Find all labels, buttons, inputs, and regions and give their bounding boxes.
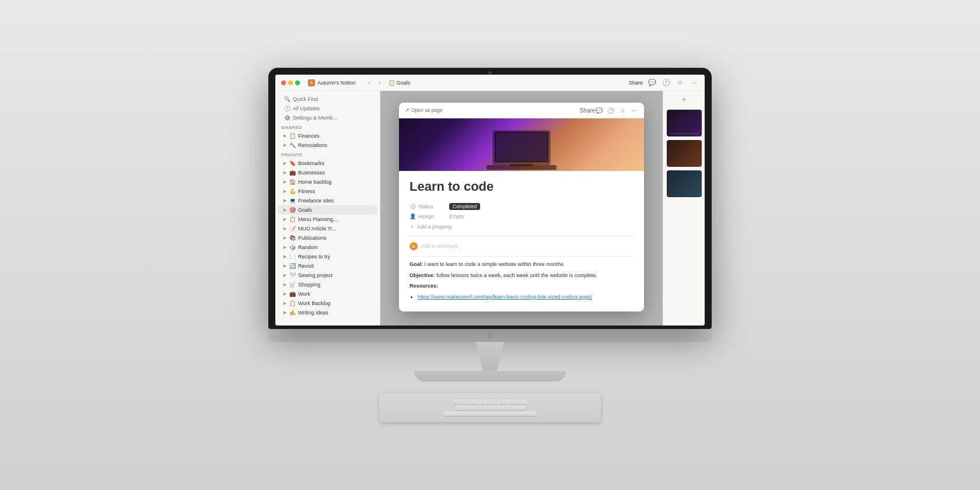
thumbnail-2[interactable] — [667, 140, 702, 167]
arrow-icon: ▶ — [284, 198, 286, 203]
key[interactable] — [488, 405, 492, 410]
sidebar-item-random[interactable]: ▶ 🎲 Random — [278, 243, 377, 252]
key[interactable] — [492, 405, 496, 410]
sidebar-item-goals[interactable]: ▶ 🎯 Goals — [278, 205, 377, 215]
key[interactable] — [506, 400, 510, 404]
key[interactable] — [489, 400, 492, 404]
open-as-page-button[interactable]: ↗ Open as page — [405, 107, 442, 113]
sidebar-item-finances[interactable]: ▶ 📋 Finances — [278, 131, 377, 141]
resources-label: Resources: — [410, 283, 438, 289]
comment-row: A Add a comment... — [410, 240, 634, 253]
key[interactable] — [510, 400, 514, 404]
key[interactable] — [498, 400, 501, 404]
modal-clock-icon[interactable]: 🕐 — [607, 106, 615, 114]
shared-section-label: SHARED — [275, 123, 380, 131]
sidebar-item-menu-planning[interactable]: ▶ 📋 Menu Planning... — [278, 215, 377, 224]
chat-icon[interactable]: 💬 — [648, 78, 657, 88]
status-label: ⚪ Status — [410, 204, 444, 209]
sidebar-item-muo-article[interactable]: ▶ 📝 MUO Article Tr... — [278, 224, 377, 233]
key[interactable] — [484, 405, 487, 410]
sidebar-item-businesses[interactable]: ▶ 💼 Businesses — [278, 168, 377, 177]
key-enter[interactable] — [514, 405, 524, 410]
sidebar-quick-find[interactable]: 🔍 Quick Find — [278, 94, 377, 104]
key[interactable] — [510, 405, 513, 410]
back-button[interactable]: ‹ — [365, 79, 373, 87]
key[interactable] — [475, 400, 479, 404]
imac-chin:  — [268, 329, 712, 342]
more-icon[interactable]: ··· — [690, 78, 699, 88]
key[interactable] — [480, 405, 483, 410]
modal-star-icon[interactable]: ☆ — [618, 106, 626, 114]
key-tab[interactable] — [456, 405, 461, 410]
key[interactable] — [475, 405, 478, 410]
breadcrumb: 📋 Goals — [388, 80, 411, 86]
key[interactable] — [484, 400, 488, 404]
close-button[interactable] — [281, 80, 286, 85]
sidebar-item-publications[interactable]: ▶ 📚 Publications — [278, 233, 377, 243]
minimize-button[interactable] — [288, 80, 293, 85]
sidebar-item-recipes[interactable]: ▶ 🍽️ Recipes to try — [278, 252, 377, 261]
key[interactable] — [458, 400, 461, 404]
notion-body: 🔍 Quick Find 🕐 All Updates ⚙️ Settings &… — [275, 91, 705, 326]
resources-list: https://www.makeuseof.com/tag/learn-basi… — [410, 293, 634, 301]
sidebar-item-renovations[interactable]: ▶ 🔨 Renovations — [278, 141, 377, 150]
assign-label: 👤 Assign — [410, 214, 444, 219]
share-button[interactable]: Share — [629, 80, 643, 86]
arrow-icon: ▶ — [284, 273, 286, 278]
modal-more-icon[interactable]: ··· — [630, 106, 638, 114]
sidebar-item-bookmarks[interactable]: ▶ 🔖 Bookmarks — [278, 159, 377, 168]
key[interactable] — [463, 400, 466, 404]
key[interactable] — [471, 400, 475, 404]
svg-rect-2 — [496, 133, 547, 161]
key[interactable] — [502, 400, 505, 404]
sidebar-item-freelance[interactable]: ▶ 💻 Freelance sites — [278, 196, 377, 205]
key-space[interactable] — [443, 411, 537, 416]
modal-body: Learn to code ⚪ Status Completed — [399, 171, 644, 312]
modal-chat-icon[interactable]: 💬 — [595, 106, 603, 114]
key[interactable] — [480, 400, 484, 404]
thumbnail-3[interactable] — [667, 170, 702, 197]
sidebar-item-home-backlog[interactable]: ▶ 🏠 Home backlog — [278, 177, 377, 187]
page-main: ↗ Open as page Share 💬 🕐 ☆ — [380, 91, 663, 326]
keyboard-row-1 — [454, 400, 527, 404]
key[interactable] — [471, 405, 474, 410]
key[interactable] — [493, 400, 496, 404]
sidebar-all-updates[interactable]: 🕐 All Updates — [278, 104, 377, 113]
star-icon[interactable]: ☆ — [676, 78, 685, 88]
sidebar-settings[interactable]: ⚙️ Settings & Memb... — [278, 113, 377, 123]
clock-icon[interactable]: 🕐 — [662, 78, 671, 88]
key[interactable] — [467, 400, 470, 404]
key[interactable] — [466, 405, 470, 410]
sidebar-item-revisit[interactable]: ▶ 🔄 Revisit — [278, 261, 377, 271]
page-title: Learn to code — [410, 179, 634, 194]
key[interactable] — [501, 405, 505, 410]
key[interactable] — [462, 405, 466, 410]
sidebar-item-fitness[interactable]: ▶ 💪 Fitness — [278, 187, 377, 196]
resource-link[interactable]: https://www.makeuseof.com/tag/learn-basi… — [418, 294, 592, 300]
workspace-name[interactable]: A Autumn's Notion — [308, 79, 356, 86]
person-icon: 👤 — [410, 214, 416, 219]
imac-shell: A Autumn's Notion ‹ › 📋 Goals Share 💬 — [268, 68, 712, 422]
key[interactable] — [454, 400, 457, 404]
arrow-icon: ▶ — [284, 180, 286, 184]
modal-share-button[interactable]: Share — [583, 106, 592, 114]
keyboard[interactable] — [379, 393, 601, 422]
arrow-icon: ▶ — [284, 134, 286, 138]
sidebar-item-writing[interactable]: ▶ ✍️ Writing ideas — [278, 308, 377, 317]
thumbnail-1[interactable] — [667, 110, 702, 136]
sidebar-item-work-backlog[interactable]: ▶ 📋 Work Backlog — [278, 299, 377, 308]
status-badge[interactable]: Completed — [449, 203, 480, 210]
add-property-button[interactable]: ＋ Add a property — [410, 221, 634, 232]
fullscreen-button[interactable] — [295, 80, 300, 85]
key-delete[interactable] — [515, 400, 527, 404]
key[interactable] — [497, 405, 501, 410]
key[interactable] — [506, 405, 509, 410]
sidebar-item-sewing[interactable]: ▶ 🪡 Sewing project — [278, 271, 377, 280]
sidebar-item-work[interactable]: ▶ 💼 Work — [278, 289, 377, 299]
comment-input[interactable]: Add a comment... — [421, 243, 463, 249]
laptop-svg — [487, 127, 556, 171]
arrow-icon: ▶ — [284, 143, 286, 148]
add-button[interactable]: + — [681, 94, 686, 104]
sidebar-item-shopping[interactable]: ▶ 🛒 Shopping — [278, 280, 377, 289]
forward-button[interactable]: › — [376, 79, 384, 87]
